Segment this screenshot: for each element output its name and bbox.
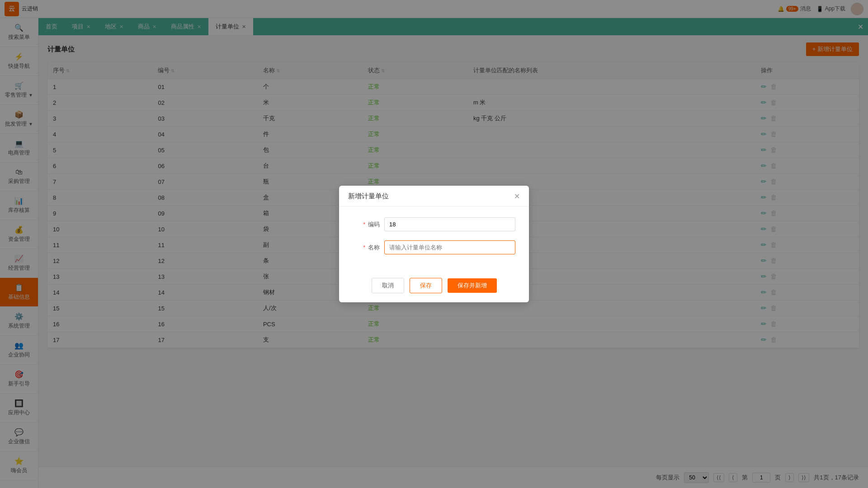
modal-footer: 取消 保存 保存并新增: [339, 272, 529, 302]
name-label-text: 名称: [368, 244, 380, 251]
modal-close-button[interactable]: ✕: [514, 192, 520, 201]
modal-title: 新增计量单位: [348, 192, 389, 201]
save-and-new-button[interactable]: 保存并新增: [448, 278, 497, 293]
name-input[interactable]: [384, 240, 515, 254]
modal-body: * 编码 * 名称: [339, 206, 529, 272]
app-wrapper: 云 云进销 🔔 99+ 消息 📱 App下载 🔍 搜索菜单 ⚡: [0, 0, 868, 488]
form-row-code: * 编码: [353, 217, 515, 231]
cancel-button[interactable]: 取消: [372, 278, 404, 293]
form-row-name: * 名称: [353, 240, 515, 254]
add-unit-modal: 新增计量单位 ✕ * 编码 * 名称: [339, 186, 529, 302]
required-mark: *: [363, 221, 365, 228]
code-label-text: 编码: [368, 221, 380, 228]
required-mark2: *: [363, 244, 365, 251]
modal-header: 新增计量单位 ✕: [339, 186, 529, 206]
modal-overlay: 新增计量单位 ✕ * 编码 * 名称: [0, 0, 868, 488]
code-label: * 编码: [353, 221, 380, 229]
code-input[interactable]: [384, 217, 515, 231]
name-label: * 名称: [353, 244, 380, 252]
save-button[interactable]: 保存: [410, 278, 442, 293]
